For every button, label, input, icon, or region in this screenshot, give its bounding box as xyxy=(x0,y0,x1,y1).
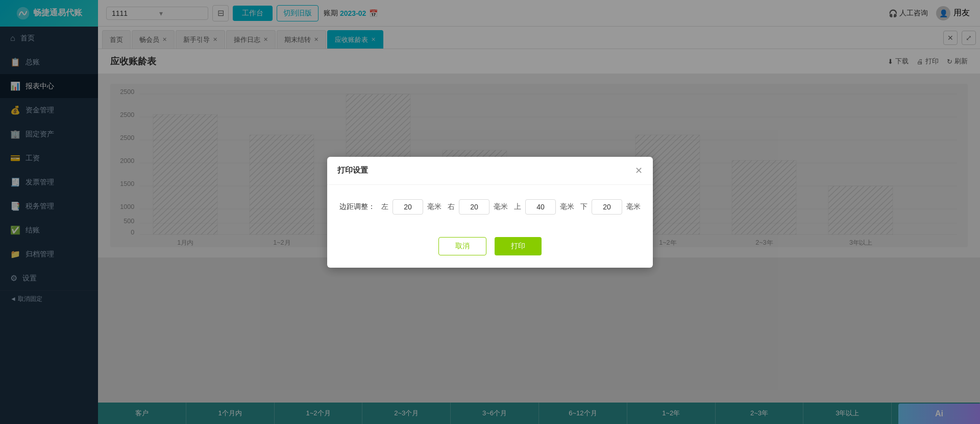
confirm-print-button[interactable]: 打印 xyxy=(495,237,542,255)
left-unit-label: 毫米 xyxy=(427,202,442,211)
right-direction-label: 右 xyxy=(448,202,455,211)
margin-label: 边距调整： xyxy=(339,202,375,211)
top-unit-label: 毫米 xyxy=(560,202,574,211)
top-margin-group: 上 毫米 xyxy=(514,199,574,215)
top-margin-input[interactable] xyxy=(525,199,556,215)
modal-header: 打印设置 ✕ xyxy=(327,157,653,185)
bottom-margin-group: 下 毫米 xyxy=(580,199,641,215)
right-unit-label: 毫米 xyxy=(494,202,508,211)
bottom-direction-label: 下 xyxy=(580,202,587,211)
bottom-margin-input[interactable] xyxy=(592,199,622,215)
modal-overlay: 打印设置 ✕ 边距调整： 左 毫米 右 毫米 上 xyxy=(0,0,980,424)
left-margin-input[interactable] xyxy=(393,199,423,215)
modal-close-button[interactable]: ✕ xyxy=(635,165,643,176)
right-margin-input[interactable] xyxy=(459,199,489,215)
modal-body: 边距调整： 左 毫米 右 毫米 上 毫米 下 xyxy=(327,185,653,229)
top-direction-label: 上 xyxy=(514,202,521,211)
left-direction-label: 左 xyxy=(381,202,388,211)
left-margin-group: 左 毫米 xyxy=(381,199,442,215)
print-settings-dialog: 打印设置 ✕ 边距调整： 左 毫米 右 毫米 上 xyxy=(327,157,653,268)
right-margin-group: 右 毫米 xyxy=(448,199,508,215)
margin-form-row: 边距调整： 左 毫米 右 毫米 上 毫米 下 xyxy=(339,199,641,215)
modal-title: 打印设置 xyxy=(337,166,368,175)
cancel-button[interactable]: 取消 xyxy=(438,237,486,255)
bottom-unit-label: 毫米 xyxy=(626,202,641,211)
modal-footer: 取消 打印 xyxy=(327,229,653,268)
